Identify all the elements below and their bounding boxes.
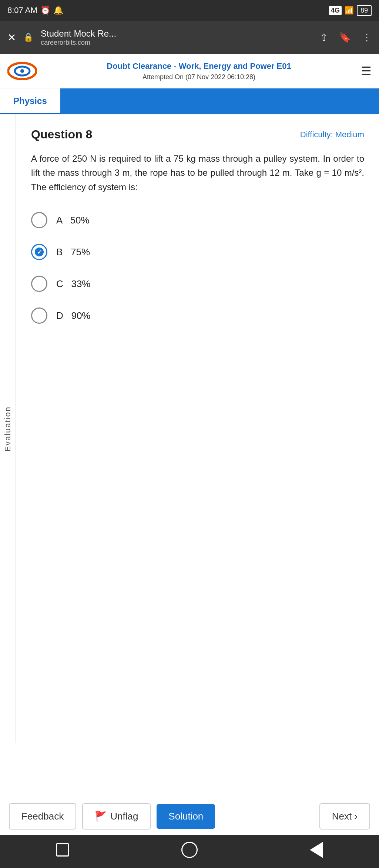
header-subtitle: Attempted On (07 Nov 2022 06:10:28)	[43, 73, 355, 81]
checkmark-icon: ✓	[37, 249, 42, 256]
next-button[interactable]: Next ›	[319, 803, 370, 830]
browser-page-title: Student Mock Re...	[41, 28, 312, 39]
more-options-icon[interactable]: ⋮	[362, 32, 372, 43]
evaluation-label: Evaluation	[3, 406, 13, 452]
option-a-label: A 50%	[56, 215, 90, 226]
feedback-button[interactable]: Feedback	[9, 803, 76, 830]
option-b[interactable]: ✓ B 75%	[31, 244, 364, 260]
difficulty-value: Medium	[335, 130, 364, 139]
app-logo	[7, 60, 37, 82]
status-bar-right: 4G 📶 89	[329, 5, 372, 16]
signal-bars-icon: 📶	[345, 6, 354, 15]
question-text: A force of 250 N is required to lift a 7…	[31, 152, 364, 194]
svg-point-2	[20, 69, 24, 73]
bottom-nav	[0, 835, 379, 868]
header-main-title: Doubt Clearance - Work, Energy and Power…	[43, 61, 355, 72]
tab-blue-fill	[60, 88, 379, 114]
close-icon[interactable]: ✕	[7, 31, 16, 44]
radio-c[interactable]	[31, 276, 47, 292]
bookmark-icon[interactable]: 🔖	[339, 32, 351, 43]
radio-b[interactable]: ✓	[31, 244, 47, 260]
radio-d[interactable]	[31, 307, 47, 324]
main-content: Evaluation Question 8 Difficulty: Medium…	[0, 114, 379, 743]
question-header: Question 8 Difficulty: Medium	[31, 128, 364, 141]
lte-icon: 4G	[329, 6, 342, 15]
share-icon[interactable]: ⇧	[320, 32, 328, 43]
status-bar-left: 8:07 AM ⏰ 🔔	[7, 6, 63, 15]
browser-title-block: Student Mock Re... careerorbits.com	[41, 28, 312, 47]
options-list: A 50% ✓ B 75% C 33%	[31, 212, 364, 324]
browser-icons: ⇧ 🔖 ⋮	[320, 32, 372, 43]
lock-icon: 🔒	[23, 33, 33, 42]
nav-square-button[interactable]	[41, 840, 84, 864]
radio-a[interactable]	[31, 212, 47, 228]
nav-back-button[interactable]	[295, 838, 338, 865]
back-triangle-icon	[310, 842, 323, 858]
app-header: Doubt Clearance - Work, Energy and Power…	[0, 54, 379, 88]
option-b-label: B 75%	[56, 246, 90, 258]
tab-physics[interactable]: Physics	[0, 88, 60, 114]
status-bar: 8:07 AM ⏰ 🔔 4G 📶 89	[0, 0, 379, 21]
bottom-action-bar: Feedback 🚩 Unflag Solution Next ›	[0, 798, 379, 835]
hamburger-icon[interactable]: ☰	[361, 64, 372, 78]
unflag-button[interactable]: 🚩 Unflag	[82, 803, 151, 830]
solution-button[interactable]: Solution	[157, 804, 215, 829]
option-c[interactable]: C 33%	[31, 276, 364, 292]
radio-b-inner: ✓	[35, 248, 44, 256]
question-number: Question 8	[31, 128, 92, 141]
browser-url: careerorbits.com	[41, 39, 312, 47]
alarm-icon: ⏰	[40, 6, 50, 15]
flag-icon: 🚩	[95, 811, 107, 822]
option-a[interactable]: A 50%	[31, 212, 364, 228]
tab-section: Physics	[0, 88, 379, 114]
evaluation-sidebar: Evaluation	[0, 114, 16, 743]
battery-icon: 89	[357, 5, 372, 16]
option-d[interactable]: D 90%	[31, 307, 364, 324]
square-icon	[56, 843, 69, 857]
option-d-label: D 90%	[56, 310, 91, 322]
circle-icon	[181, 842, 198, 858]
header-text-block: Doubt Clearance - Work, Energy and Power…	[43, 61, 355, 81]
nav-home-button[interactable]	[167, 838, 212, 865]
difficulty-label: Difficulty: Medium	[300, 130, 364, 139]
notification-icon: 🔔	[53, 6, 63, 15]
question-area: Question 8 Difficulty: Medium A force of…	[16, 114, 379, 743]
time-display: 8:07 AM	[7, 6, 37, 15]
browser-bar: ✕ 🔒 Student Mock Re... careerorbits.com …	[0, 21, 379, 54]
option-c-label: C 33%	[56, 278, 91, 290]
